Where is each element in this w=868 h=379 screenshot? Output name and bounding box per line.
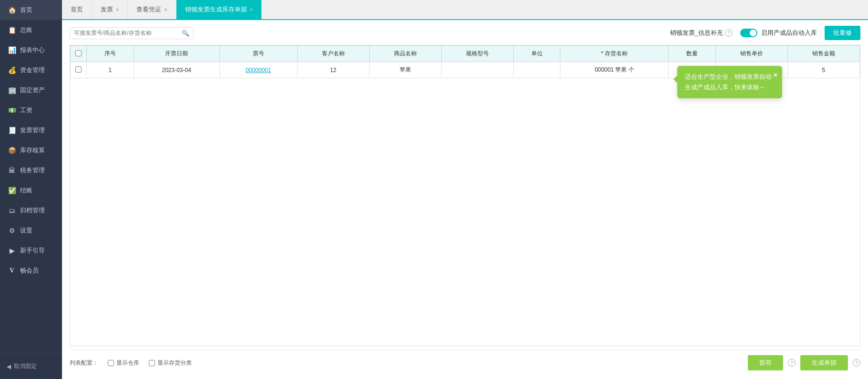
- sidebar-item-member[interactable]: V 畅会员: [0, 261, 62, 281]
- tab-sale-invoice-close-icon[interactable]: ×: [250, 7, 253, 12]
- col-spec: 规格型号: [441, 46, 513, 62]
- tab-voucher-close-icon[interactable]: ×: [164, 7, 167, 12]
- col-product: 商品名称: [369, 46, 441, 62]
- show-warehouse-label: 显示仓库: [116, 359, 139, 367]
- row-checkbox-cell[interactable]: [71, 62, 87, 78]
- cell-product: 苹果: [369, 62, 441, 78]
- show-category-check[interactable]: 显示存货分类: [149, 359, 192, 367]
- sidebar-item-label: 发票管理: [20, 126, 45, 135]
- toolbar-right: 销顿发票_信息补充 ? 启用产成品自动入库 批量修: [670, 26, 860, 40]
- generate-help-icon[interactable]: ?: [853, 359, 860, 367]
- col-date: 开票日期: [134, 46, 219, 62]
- col-customer: 客户名称: [297, 46, 369, 62]
- sidebar-item-reports[interactable]: 📊 报表中心: [0, 40, 62, 60]
- content-area: 🔍 销顿发票_信息补充 ? 启用产成品自动入库 批量修: [62, 20, 868, 379]
- batch-button[interactable]: 批量修: [825, 26, 860, 40]
- show-category-label: 显示存货分类: [157, 359, 192, 367]
- toolbar-row: 🔍 销顿发票_信息补充 ? 启用产成品自动入库 批量修: [70, 26, 860, 40]
- cell-seq: 1: [87, 62, 134, 78]
- sidebar-item-close-account[interactable]: ✅ 结账: [0, 180, 62, 200]
- cell-ticket-no[interactable]: 00000001: [219, 62, 297, 78]
- col-unit-price: 销售单价: [715, 46, 787, 62]
- table-header-checkbox[interactable]: [71, 46, 87, 62]
- sidebar-item-home[interactable]: 🏠 首页: [0, 0, 62, 20]
- cell-amount: 5: [787, 62, 859, 78]
- cancel-fixed-button[interactable]: ◀ 取消固定: [0, 358, 62, 375]
- sidebar-item-archive[interactable]: 🗂 归档管理: [0, 200, 62, 221]
- sidebar-item-ledger[interactable]: 📋 总账: [0, 20, 62, 40]
- col-amount: 销售金额: [787, 46, 859, 62]
- sidebar-item-label: 设置: [20, 226, 32, 235]
- save-help-icon[interactable]: ?: [788, 359, 796, 367]
- main-area: 首页 发票 × 查看凭证 × 销顿发票生成库存单据 × 🔍 销顿发票_信息补充 …: [62, 0, 868, 379]
- tab-bar: 首页 发票 × 查看凭证 × 销顿发票生成库存单据 ×: [62, 0, 868, 20]
- toggle-area: 启用产成品自动入库: [740, 29, 817, 37]
- tab-home[interactable]: 首页: [62, 0, 92, 19]
- sidebar-item-label: 归档管理: [20, 206, 45, 215]
- sidebar-item-label: 工资: [20, 106, 32, 115]
- row-checkbox[interactable]: [75, 66, 82, 73]
- col-qty: 数量: [669, 46, 716, 62]
- sidebar-item-label: 库存核算: [20, 146, 45, 155]
- guide-icon: ▶: [8, 246, 16, 255]
- tab-voucher-label: 查看凭证: [136, 5, 161, 14]
- cell-spec: [441, 62, 513, 78]
- tooltip-text: 适合生产型企业，销顿发票自动生成产成品入库，快来体验～: [685, 73, 772, 91]
- sidebar-item-label: 首页: [20, 6, 32, 14]
- tab-invoice[interactable]: 发票 ×: [92, 0, 128, 19]
- col-unit: 单位: [513, 46, 560, 62]
- search-input[interactable]: [74, 30, 182, 36]
- info-label: 销顿发票_信息补充 ?: [670, 29, 733, 37]
- tab-voucher[interactable]: 查看凭证 ×: [128, 0, 176, 19]
- show-warehouse-checkbox[interactable]: [108, 360, 114, 366]
- sidebar-item-label: 畅会员: [20, 266, 39, 275]
- sidebar-item-salary[interactable]: 💵 工资: [0, 100, 62, 120]
- sidebar-item-invoice-mgmt[interactable]: 🧾 发票管理: [0, 120, 62, 140]
- sidebar-item-label: 报表中心: [20, 46, 45, 54]
- tooltip-bubble: × 适合生产型企业，销顿发票自动生成产成品入库，快来体验～: [677, 66, 782, 98]
- info-label-text: 销顿发票_信息补充: [670, 29, 723, 37]
- col-inventory: * 存货名称: [560, 46, 669, 62]
- tax-icon: 🏛: [8, 166, 16, 175]
- sidebar-item-label: 资金管理: [20, 66, 45, 74]
- ticket-no-link[interactable]: 00000001: [246, 67, 271, 74]
- sidebar-item-label: 结账: [20, 186, 32, 195]
- info-help-icon[interactable]: ?: [725, 29, 733, 37]
- sidebar-item-inventory[interactable]: 📦 库存核算: [0, 140, 62, 160]
- sidebar-item-label: 固定资产: [20, 86, 45, 95]
- sidebar-item-tax[interactable]: 🏛 税务管理: [0, 160, 62, 180]
- list-config-label: 列表配置：: [70, 359, 98, 367]
- toggle-label: 启用产成品自动入库: [761, 29, 817, 37]
- sidebar-item-fixed-assets[interactable]: 🏢 固定资产: [0, 80, 62, 100]
- ledger-icon: 📋: [8, 26, 16, 34]
- cell-customer: 12: [297, 62, 369, 78]
- sidebar-item-label: 税务管理: [20, 166, 45, 175]
- sidebar-item-label: 总账: [20, 26, 32, 34]
- fixed-assets-icon: 🏢: [8, 86, 16, 95]
- sidebar-item-guide[interactable]: ▶ 新手引导: [0, 241, 62, 261]
- reports-icon: 📊: [8, 46, 16, 54]
- cell-inventory[interactable]: 000001 苹果 个: [560, 62, 669, 78]
- home-icon: 🏠: [8, 6, 16, 14]
- footer: 列表配置： 显示仓库 显示存货分类 暂存 ? 生成单据 ?: [70, 350, 860, 373]
- tab-sale-invoice-label: 销顿发票生成库存单据: [185, 5, 247, 14]
- auto-warehouse-toggle[interactable]: [740, 29, 757, 37]
- tab-invoice-label: 发票: [101, 5, 113, 14]
- cell-unit: [513, 62, 560, 78]
- search-icon: 🔍: [182, 30, 189, 37]
- tooltip-close-icon[interactable]: ×: [774, 70, 777, 81]
- save-button[interactable]: 暂存: [748, 355, 783, 370]
- tab-invoice-close-icon[interactable]: ×: [116, 7, 119, 12]
- search-box[interactable]: 🔍: [70, 27, 194, 39]
- select-all-checkbox[interactable]: [75, 50, 82, 56]
- cancel-fixed-icon: ◀: [7, 363, 11, 370]
- show-category-checkbox[interactable]: [149, 360, 155, 366]
- generate-button[interactable]: 生成单据: [800, 355, 848, 370]
- tab-sale-invoice[interactable]: 销顿发票生成库存单据 ×: [176, 0, 262, 19]
- sidebar-item-funds[interactable]: 💰 资金管理: [0, 60, 62, 80]
- salary-icon: 💵: [8, 106, 16, 115]
- close-account-icon: ✅: [8, 186, 16, 195]
- settings-icon: ⚙: [8, 226, 16, 235]
- sidebar-item-settings[interactable]: ⚙ 设置: [0, 221, 62, 241]
- show-warehouse-check[interactable]: 显示仓库: [108, 359, 139, 367]
